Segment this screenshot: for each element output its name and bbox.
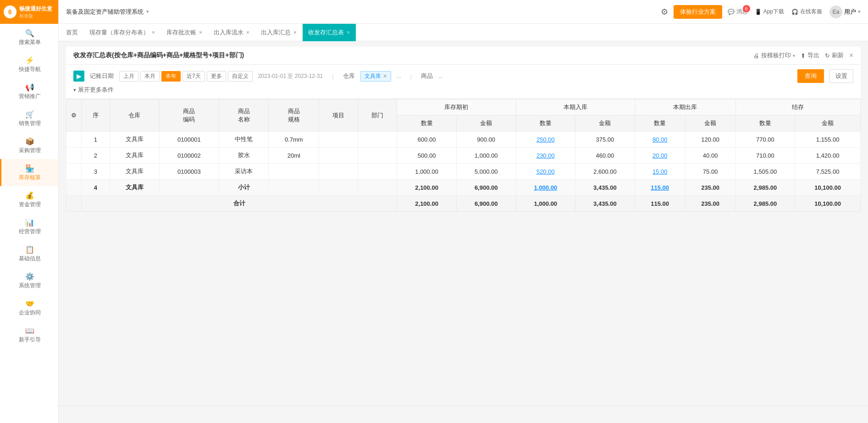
cell-dept-0: [358, 132, 397, 148]
operation-icon: 📊: [25, 218, 34, 227]
cell-spec-2: [269, 164, 319, 180]
footer-in-amt: 3,435.00: [575, 196, 635, 212]
tab-close-stock[interactable]: ×: [152, 29, 155, 36]
sidebar-item-system[interactable]: ⚙️ 系统管理: [0, 267, 58, 294]
page-title: 收发存汇总表(按仓库+商品编码+商品+规格型号+项目+部门): [73, 51, 244, 60]
warehouse-more-btn[interactable]: ...: [397, 73, 401, 79]
sidebar-label-sales: 销售管理: [19, 120, 41, 127]
refresh-button[interactable]: ↻ 刷新: [825, 51, 844, 60]
th-dept: 部门: [358, 99, 397, 132]
cell-in-qty-0[interactable]: 250.00: [516, 132, 575, 148]
tab-close-receive_sum[interactable]: ×: [347, 29, 350, 36]
sidebar-item-quick[interactable]: ⚡ 快捷导航: [0, 51, 58, 78]
cell-out-qty-2[interactable]: 15.00: [635, 164, 685, 180]
th-in-amt: 金额: [575, 115, 635, 132]
sidebar-item-operation[interactable]: 📊 经营管理: [0, 213, 58, 240]
messages-button[interactable]: 💬 消息 6: [728, 8, 747, 16]
sidebar-label-search: 搜索菜单: [19, 38, 41, 46]
print-dropdown-icon: ▾: [793, 53, 795, 58]
cell-out-qty-0[interactable]: 80.00: [635, 132, 685, 148]
tab-close-inout_sum[interactable]: ×: [293, 29, 297, 36]
settings-button[interactable]: 设置: [829, 69, 853, 83]
enterprise-icon: 🤝: [25, 299, 34, 308]
sidebar-item-search[interactable]: 🔍 搜索菜单: [0, 24, 58, 51]
filter-toggle-btn[interactable]: ▶: [73, 71, 84, 82]
expand-conditions-btn[interactable]: ▾ 展开更多条件: [73, 86, 853, 94]
page-header: 收发存汇总表(按仓库+商品编码+商品+规格型号+项目+部门) 🖨 按模板打印 ▾…: [66, 47, 861, 65]
tab-stock[interactable]: 现存量（库存分布表）×: [84, 24, 161, 41]
cell-in-qty-2[interactable]: 520.00: [516, 164, 575, 180]
prev-month-btn[interactable]: 上月: [119, 71, 138, 82]
tab-label-inout_sum: 出入库汇总: [261, 28, 291, 37]
app-download-button[interactable]: 📱 App下载: [755, 8, 784, 16]
cell-opening-qty-2: 1,000.00: [397, 164, 457, 180]
sidebar-label-operation: 经营管理: [19, 228, 41, 236]
page-content: 收发存汇总表(按仓库+商品编码+商品+规格型号+项目+部门) 🖨 按模板打印 ▾…: [59, 41, 868, 406]
sidebar-item-inventory[interactable]: 🏪 库存核算: [0, 159, 58, 186]
print-label: 按模板打印: [761, 51, 791, 60]
service-button[interactable]: 🎧 在线客服: [791, 8, 822, 16]
cell-in-qty-1[interactable]: 230.00: [516, 148, 575, 164]
cur-year-btn[interactable]: 本年: [161, 71, 181, 82]
export-icon: ⬆: [801, 52, 806, 59]
cell-warehouse-1: 文具库: [110, 148, 160, 164]
sidebar-item-basic[interactable]: 📋 基础信息: [0, 240, 58, 267]
cell-spec-3: [269, 180, 319, 196]
message-badge: 6: [743, 5, 750, 12]
cell-in-qty-3[interactable]: 1,000.00: [516, 180, 575, 196]
sidebar-item-sales[interactable]: 🛒 销售管理: [0, 105, 58, 132]
cell-balance-qty-0: 770.00: [735, 132, 795, 148]
warehouse-tag-close[interactable]: ✕: [383, 73, 387, 79]
cell-warehouse-2: 文具库: [110, 164, 160, 180]
sidebar-item-finance[interactable]: 💰 资金管理: [0, 186, 58, 213]
cell-in-amt-2: 2,600.00: [575, 164, 635, 180]
tab-label-home: 首页: [66, 28, 78, 37]
basic-icon: 📋: [25, 245, 34, 254]
user-menu[interactable]: Ea 用户 ▾: [829, 5, 861, 18]
custom-date-btn[interactable]: 自定义: [228, 71, 253, 82]
cell-balance-amt-1: 1,420.00: [795, 148, 861, 164]
tab-label-batch: 库存批次账: [166, 28, 196, 37]
cell-no-0: 1: [82, 132, 110, 148]
footer-out-amt: 235.00: [685, 196, 735, 212]
cell-balance-amt-0: 1,155.00: [795, 132, 861, 148]
cur-month-btn[interactable]: 本月: [140, 71, 160, 82]
tab-close-inout_flow[interactable]: ×: [246, 29, 249, 36]
cell-warehouse-0: 文具库: [110, 132, 160, 148]
recent7-btn[interactable]: 近7天: [182, 71, 205, 82]
query-button[interactable]: 查询: [797, 69, 824, 83]
table-area: ⚙ 序 仓库 商品编码 商品名称 商品规格 项目 部门 库存期初 本期入库 本期: [66, 99, 861, 212]
sidebar-item-guide[interactable]: 📖 新手引导: [0, 321, 58, 348]
sidebar-item-enterprise[interactable]: 🤝 企业协同: [0, 294, 58, 321]
sidebar-item-purchase[interactable]: 📦 采购管理: [0, 132, 58, 159]
tab-home[interactable]: 首页: [61, 24, 84, 41]
tab-inout_flow[interactable]: 出入库流水×: [208, 24, 255, 41]
sidebar-label-finance: 资金管理: [19, 201, 41, 209]
tab-inout_sum[interactable]: 出入库汇总×: [255, 24, 303, 41]
cell-project-3: [319, 180, 358, 196]
th-opening-amt: 金额: [456, 115, 516, 132]
export-button[interactable]: ⬆ 导出: [801, 51, 819, 60]
user-label: 用户: [844, 8, 856, 16]
cell-out-amt-1: 40.00: [685, 148, 735, 164]
guide-icon: 📖: [25, 326, 34, 335]
sidebar-item-marketing[interactable]: 📢 营销推广: [0, 78, 58, 105]
warehouse-tag[interactable]: 文具库 ✕: [360, 71, 391, 82]
page-close-button[interactable]: ×: [849, 51, 853, 60]
th-warehouse: 仓库: [110, 99, 160, 132]
cell-out-qty-3[interactable]: 115.00: [635, 180, 685, 196]
tab-batch[interactable]: 库存批次账×: [161, 24, 208, 41]
tab-close-batch[interactable]: ×: [199, 29, 202, 36]
product-more-btn[interactable]: ...: [438, 73, 443, 79]
sidebar-label-purchase: 采购管理: [19, 147, 41, 154]
cell-balance-qty-2: 1,505.00: [735, 164, 795, 180]
settings-icon[interactable]: ⚙: [661, 7, 668, 17]
print-button[interactable]: 🖨 按模板打印 ▾: [753, 51, 795, 60]
tab-receive_sum[interactable]: 收发存汇总表×: [303, 24, 356, 41]
trial-button[interactable]: 体验行业方案: [674, 5, 722, 19]
user-dropdown-icon: ▾: [858, 9, 861, 15]
cell-dept-2: [358, 164, 397, 180]
more-date-btn[interactable]: 更多: [207, 71, 226, 82]
cell-out-qty-1[interactable]: 20.00: [635, 148, 685, 164]
expand-label: 展开更多条件: [78, 86, 114, 94]
